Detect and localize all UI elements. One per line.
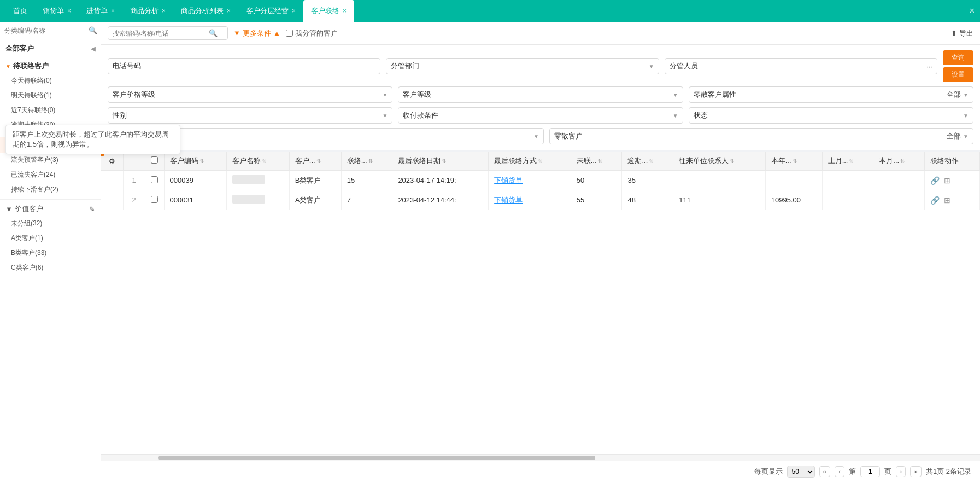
payment-terms-filter[interactable]: 收付款条件 ▼ <box>398 107 683 124</box>
prev-page-button[interactable]: ‹ <box>835 466 844 477</box>
col-contacts[interactable]: 往来单位联系人⇅ <box>673 152 766 171</box>
sidebar-item-declining[interactable]: 持续下滑客户(2) <box>0 182 101 197</box>
export-button[interactable]: ⬆ 导出 <box>951 28 973 38</box>
main-search-input[interactable] <box>113 30 206 37</box>
row2-select[interactable] <box>151 196 158 203</box>
row1-grid-icon[interactable]: ⊞ <box>944 176 950 185</box>
close-customer-tier-icon[interactable]: × <box>292 7 296 15</box>
nav-item-analysis-list[interactable]: 商品分析列表 × <box>173 0 238 22</box>
per-page-select[interactable]: 50 100 200 <box>787 466 815 478</box>
page-number-input[interactable] <box>860 466 880 477</box>
row2-link-icon[interactable]: 🔗 <box>930 196 940 205</box>
sidebar-search-input[interactable] <box>4 27 86 34</box>
row1-select[interactable] <box>151 176 158 183</box>
main-search-icon[interactable]: 🔍 <box>209 29 218 37</box>
row1-this-year <box>765 171 822 190</box>
sidebar-item-churn-warning[interactable]: 流失预警客户(3) <box>0 153 101 167</box>
filter-row-3: 性别 ▼ 收付款条件 ▼ 状态 ▼ <box>108 107 973 124</box>
retail-customer-filter[interactable]: 零散客户 全部 ▼ <box>549 128 973 144</box>
col-checkbox[interactable] <box>145 152 164 171</box>
col-last-contact-date[interactable]: 最后联络日期⇅ <box>392 152 489 171</box>
page-label: 第 <box>849 467 856 477</box>
col-name[interactable]: 客户名称⇅ <box>227 152 290 171</box>
col-uncontacted[interactable]: 未联...⇅ <box>571 152 622 171</box>
close-customer-contact-icon[interactable]: × <box>343 7 347 15</box>
col-overdue[interactable]: 逾期...⇅ <box>622 152 673 171</box>
select-all-checkbox[interactable] <box>151 156 158 164</box>
close-sales-icon[interactable]: × <box>67 7 71 15</box>
row2-grid-icon[interactable]: ⊞ <box>944 196 950 205</box>
nav-item-customer-contact[interactable]: 客户联络 × <box>303 0 354 22</box>
edit-icon[interactable]: ✎ <box>89 205 95 213</box>
sidebar-item-tomorrow[interactable]: 明天待联络(1) <box>0 88 101 103</box>
my-customers-label: 我分管的客户 <box>295 28 338 38</box>
nav-item-sales[interactable]: 销货单 × <box>35 0 79 22</box>
my-customers-filter[interactable]: 我分管的客户 <box>286 28 338 38</box>
status-label: 状态 <box>694 111 960 120</box>
row1-type: B类客户 <box>289 171 341 190</box>
price-level-filter[interactable]: 客户价格等级 ▼ <box>108 86 392 103</box>
customer-type-filter[interactable]: 客户类型 ▼ <box>120 128 544 144</box>
sidebar-item-today[interactable]: 今天待联络(0) <box>0 73 101 88</box>
sidebar-item-7days[interactable]: 近7天待联络(0) <box>0 103 101 118</box>
customer-level-filter[interactable]: 客户等级 ▼ <box>398 86 683 103</box>
more-conditions-button[interactable]: ▼ 更多条件 ▲ <box>233 28 280 38</box>
more-conditions-label: 更多条件 <box>243 28 271 38</box>
first-page-button[interactable]: « <box>819 466 831 477</box>
sidebar-item-churned[interactable]: 已流失客户(24) <box>0 167 101 182</box>
nav-item-home[interactable]: 首页 <box>5 0 35 22</box>
col-customer-type[interactable]: 客户...⇅ <box>289 152 341 171</box>
nav-item-purchase[interactable]: 进货单 × <box>79 0 122 22</box>
sidebar-item-c-class[interactable]: C类客户(6) <box>0 260 101 275</box>
row1-last-date: 2023-04-17 14:19: <box>392 171 489 190</box>
sidebar-item-b-class[interactable]: B类客户(33) <box>0 246 101 260</box>
staff-filter[interactable]: 分管人员 ··· <box>665 58 937 74</box>
main-layout: 🔍 全部客户 ◀ ▼ 待联络客户 今天待联络(0) 明天待联络(1) 近7天待联… <box>0 22 980 482</box>
query-button[interactable]: 查询 <box>943 50 973 65</box>
col-num <box>123 152 145 171</box>
row1-checkbox[interactable] <box>145 171 164 190</box>
nav-item-customer-tier[interactable]: 客户分层经营 × <box>238 0 303 22</box>
status-filter[interactable]: 状态 ▼ <box>689 107 973 124</box>
nav-item-analysis[interactable]: 商品分析 × <box>122 0 173 22</box>
row2-checkbox[interactable] <box>145 190 164 210</box>
sidebar-search-icon[interactable]: 🔍 <box>89 26 97 34</box>
col-code[interactable]: 客户编码⇅ <box>164 152 227 171</box>
action-buttons: 查询 设置 <box>943 50 973 82</box>
gender-filter[interactable]: 性别 ▼ <box>108 107 392 124</box>
row1-contacts <box>673 171 766 190</box>
dept-label: 分管部门 <box>391 61 645 71</box>
sidebar-item-a-class[interactable]: A类客户(1) <box>0 231 101 246</box>
col-this-year[interactable]: 本年...⇅ <box>765 152 822 171</box>
col-settings[interactable]: ⚙ <box>101 152 123 171</box>
row1-link-icon[interactable]: 🔗 <box>930 176 940 185</box>
horizontal-scrollbar[interactable] <box>101 454 980 461</box>
tooltip-popup: 距客户上次交易时长，超过了此客户的平均交易周期的1.5倍，则视为异常。 <box>101 125 180 154</box>
row2-contacts: 111 <box>673 190 766 210</box>
scroll-thumb[interactable] <box>158 456 595 460</box>
divider-2 <box>0 199 101 200</box>
close-analysis-list-icon[interactable]: × <box>227 7 231 15</box>
sidebar-item-ungrouped[interactable]: 未分组(32) <box>0 216 101 231</box>
row2-settings <box>101 190 123 210</box>
settings-button[interactable]: 设置 <box>943 67 973 82</box>
col-this-month[interactable]: 本月...⇅ <box>873 152 925 171</box>
table-area[interactable]: ⚙ 客户编码⇅ 客户名称⇅ 客户...⇅ 联络...⇅ 最后联络日期⇅ 最后联络… <box>101 152 980 454</box>
phone-filter[interactable]: 电话号码 <box>108 58 380 74</box>
retail-customer-dropdown: ▼ <box>963 133 969 140</box>
close-all-button[interactable]: × <box>970 6 975 16</box>
retail-attr-filter[interactable]: 零散客户属性 全部 ▼ <box>689 86 973 103</box>
dept-filter[interactable]: 分管部门 ▼ <box>386 58 659 74</box>
total-pages-label: 共1页 2条记录 <box>926 467 971 477</box>
my-customers-checkbox[interactable] <box>286 30 293 37</box>
close-analysis-icon[interactable]: × <box>162 7 166 15</box>
col-last-contact-method[interactable]: 最后联络方式⇅ <box>489 152 571 171</box>
last-page-button[interactable]: » <box>910 466 922 477</box>
col-contact-count[interactable]: 联络...⇅ <box>341 152 392 171</box>
next-page-button[interactable]: › <box>896 466 906 477</box>
search-field[interactable]: 🔍 <box>108 26 228 40</box>
row1-action: 🔗 ⊞ <box>925 171 980 190</box>
all-customers-header[interactable]: 全部客户 ◀ <box>0 39 101 58</box>
col-last-month[interactable]: 上月...⇅ <box>822 152 873 171</box>
close-purchase-icon[interactable]: × <box>111 7 115 15</box>
